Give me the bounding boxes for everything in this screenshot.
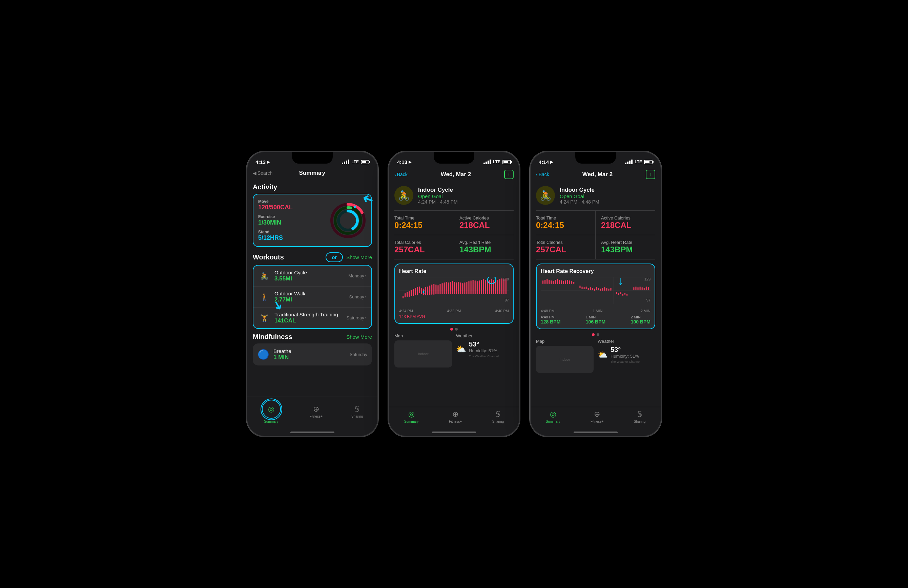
workout-header-2: 🚴 Indoor Cycle Open Goal 4:24 PM - 4:48 … [394,182,514,210]
phone-1: 4:13 ▶ LTE ◀ Search [246,151,378,437]
exercise-label: Exercise [258,214,293,219]
cycle-icon: 🚴 [258,270,270,282]
tab-sharing-3[interactable]: 𝕊 Sharing [634,410,646,423]
svg-rect-10 [402,296,404,299]
hr-r-bpm-1: 128 BPM [541,319,560,325]
weather-temp-2: 53° [469,341,499,348]
weather-info-2: ⛅ 53° Humidity: 51% The Weather Channel [456,341,514,358]
svg-rect-94 [602,288,603,291]
mindfulness-show-more[interactable]: Show More [346,334,372,340]
stat-avg-hr: Avg. Heart Rate 143BPM [454,235,514,259]
svg-rect-36 [456,283,457,294]
back-chevron-1: ◀ [253,170,256,176]
scroll-3[interactable]: 🚴 Indoor Cycle Open Goal 4:24 PM - 4:48 … [531,182,661,407]
or-badge: or [325,252,343,262]
workout-item-cycle[interactable]: 🚴 Outdoor Cycle 3.55MI Monday › [253,265,371,286]
svg-rect-47 [479,280,480,294]
lte-3: LTE [634,159,642,164]
svg-rect-80 [569,280,570,284]
indoor-cycle-time: 4:24 PM - 4:48 PM [418,199,458,205]
tab-fitness-3[interactable]: ⊕ Fitness+ [591,410,604,423]
sb2-3 [627,162,628,164]
svg-rect-85 [584,287,585,289]
workouts-show-more[interactable]: Show More [346,254,372,260]
strength-icon: 🏋️ [258,312,270,324]
hr-r-y-min-3: 97 [646,298,650,302]
battery-fill-2 [504,161,508,163]
map-label-3: Map [536,339,594,344]
svg-rect-59 [504,279,504,294]
tab-summary-2[interactable]: ◎ Summary [404,410,419,423]
tab-fitness-2[interactable]: ⊕ Fitness+ [449,410,462,423]
total-time-label-3: Total Time [536,215,595,220]
sb3 [488,161,489,164]
svg-rect-76 [561,280,562,284]
fitness-icon-1: ⊕ [313,405,319,414]
weather-cell-3: Weather ⛅ 53° Humidity: 51% The Weather … [598,339,655,373]
back-3[interactable]: ‹ Back [536,172,549,177]
tab-fitness-1[interactable]: ⊕ Fitness+ [310,405,322,418]
svg-rect-17 [417,287,418,296]
mindfulness-item: 🔵 Breathe 1 MIN Saturday [258,348,367,361]
back-chevron-2: ‹ [394,172,396,177]
location-icon-2: ▶ [409,160,411,164]
tab-bar-2: ◎ Summary ⊕ Fitness+ 𝕊 Sharing [389,407,519,432]
workout-header-3: 🚴 Indoor Cycle Open Goal 4:24 PM - 4:48 … [536,182,655,210]
page-dots-2 [394,328,514,331]
hr-r-time-3: 2 MIN [631,315,650,319]
hr-r-reading-2: 1 MIN 106 BPM [586,315,605,325]
svg-rect-105 [633,287,634,290]
sb2 [486,162,487,164]
avg-hr-value-3: 143BPM [601,245,655,254]
stats-grid-3: Total Time 0:24:15 Active Calories 218CA… [536,210,655,259]
svg-rect-84 [581,286,583,289]
svg-rect-26 [435,284,436,294]
svg-rect-51 [487,280,488,294]
svg-rect-67 [543,280,543,284]
workout-item-strength[interactable]: 🏋️ Traditional Strength Training 141CAL … [253,308,371,328]
scroll-2[interactable]: 🚴 Indoor Cycle Open Goal 4:24 PM - 4:48 … [389,182,519,407]
back-2[interactable]: ‹ Back [394,172,407,177]
sharing-icon-3: 𝕊 [637,410,642,419]
hr-avg-2: 143 BPM AVG [399,314,509,319]
weather-details-3: 53° Humidity: 51% The Weather Channel [610,346,640,363]
share-button-2[interactable]: ↑ [504,170,514,179]
tab-summary-1[interactable]: ◎ Summary [262,400,281,423]
indoor-cycle-name-3: Indoor Cycle [560,186,599,193]
mindfulness-header: Mindfulness Show More [253,333,372,341]
location-icon-3: ▶ [550,160,553,164]
tab-sharing-1[interactable]: 𝕊 Sharing [351,405,363,418]
svg-rect-104 [626,294,628,296]
activity-header: Activity [253,183,372,191]
svg-rect-112 [648,287,649,290]
tab-sharing-2[interactable]: 𝕊 Sharing [492,410,504,423]
svg-rect-44 [473,280,474,294]
svg-rect-43 [471,280,472,294]
stat-avg-hr-3: Avg. Heart Rate 143BPM [596,235,655,259]
svg-rect-28 [440,284,440,294]
weather-humidity-2: Humidity: 51% [469,348,499,353]
svg-rect-30 [444,283,445,294]
weather-info-3: ⛅ 53° Humidity: 51% The Weather Channel [598,346,655,363]
exercise-value: 1/30MIN [258,219,293,226]
phone-notch-2 [434,152,474,164]
svg-rect-86 [586,286,587,289]
stand-metric: Stand 5/12HRS [258,230,293,241]
fitness-icon-2: ⊕ [452,410,459,419]
scroll-1[interactable]: Activity Move 120/500CAL Exercise 1/30MI… [247,179,377,397]
tab-bar-3: ◎ Summary ⊕ Fitness+ 𝕊 Sharing [531,407,661,432]
activity-rings: ▶ ➜ [329,202,367,239]
active-cal-label-3: Active Calories [601,215,655,220]
search-back-1[interactable]: ◀ Search [253,170,272,176]
svg-rect-42 [468,281,470,294]
tab-bar-1: ◎ Summary ⊕ Fitness+ 𝕊 Sharing [247,397,377,432]
battery-icon-1 [361,160,369,164]
tab-summary-3[interactable]: ◎ Summary [546,410,560,423]
lte-label-1: LTE [351,159,359,164]
svg-rect-49 [483,279,484,294]
page-title-3: Wed, Mar 2 [583,171,613,178]
fitness-icon-3: ⊕ [594,410,600,419]
share-button-3[interactable]: ↑ [646,170,655,179]
battery-fill-1 [362,161,366,163]
svg-rect-93 [600,289,601,291]
